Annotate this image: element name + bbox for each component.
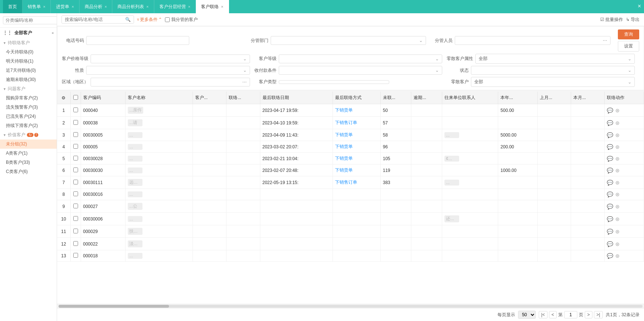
last-way-link[interactable]: 下销货单	[335, 156, 353, 161]
sidebar-item-warning[interactable]: 流失预警客户(3)	[0, 103, 57, 112]
chat-icon[interactable]: 💬	[607, 229, 613, 234]
toolbar-search-icon[interactable]: 🔍	[125, 17, 131, 22]
chat-icon[interactable]: 💬	[607, 167, 613, 173]
search-button[interactable]: 查询	[618, 29, 639, 39]
scroll-thumb[interactable]	[59, 305, 169, 308]
row-checkbox[interactable]	[73, 120, 78, 125]
tab-customer-layer-close[interactable]: ×	[188, 4, 190, 9]
region-select[interactable]: ⋯	[91, 78, 250, 87]
chat-icon[interactable]: 💬	[607, 132, 613, 138]
last-way-link[interactable]: 下销货单	[335, 132, 353, 137]
sidebar-search-input[interactable]	[3, 16, 57, 24]
grid-action-icon[interactable]: ⊛	[615, 144, 620, 150]
grid-action-icon[interactable]: ⊛	[615, 167, 620, 173]
cell-lastway[interactable]: 下销货单	[333, 141, 380, 153]
grid-action-icon[interactable]: ⊛	[615, 204, 620, 209]
cell-check[interactable]	[70, 250, 81, 262]
sidebar-item-7days[interactable]: 近7天待联络(0)	[0, 66, 57, 75]
grid-action-icon[interactable]: ⊛	[615, 156, 620, 162]
cust-level-select[interactable]: ⌄	[279, 54, 443, 63]
retail-cust-select[interactable]: 全部 ⌄	[471, 77, 635, 87]
tab-analysis-list[interactable]: 商品分析列表 ×	[112, 0, 154, 13]
cell-check[interactable]	[70, 176, 81, 189]
sidebar-item-ungroup[interactable]: 未分组(32)	[0, 140, 57, 149]
last-way-link[interactable]: 下销货单	[335, 144, 353, 149]
row-checkbox[interactable]	[73, 144, 78, 149]
sidebar-item-declining[interactable]: 持续下滑客户(2)	[0, 121, 57, 130]
chat-icon[interactable]: 💬	[607, 120, 613, 126]
row-checkbox[interactable]	[73, 191, 78, 196]
all-customers-header[interactable]: ⋮⋮ 全部客户 «	[0, 28, 57, 38]
row-checkbox[interactable]	[73, 241, 78, 246]
row-checkbox[interactable]	[73, 253, 78, 258]
tab-customer-layer[interactable]: 客户分层经营 ×	[154, 0, 196, 13]
chat-icon[interactable]: 💬	[607, 156, 613, 162]
row-checkbox[interactable]	[73, 180, 78, 184]
chat-icon[interactable]: 💬	[607, 204, 613, 209]
tab-sales-close[interactable]: ×	[43, 4, 45, 9]
grid-action-icon[interactable]: ⊛	[615, 132, 620, 138]
global-close-icon[interactable]: ×	[638, 3, 641, 10]
first-page-button[interactable]: |<	[539, 311, 548, 318]
per-page-select[interactable]: 50	[518, 311, 536, 319]
cust-type-select[interactable]	[279, 80, 389, 84]
tab-purchase-close[interactable]: ×	[71, 4, 74, 9]
cell-check[interactable]	[70, 200, 81, 213]
tab-customer-contact[interactable]: 客户联络 ×	[196, 0, 229, 13]
cell-lastway[interactable]: 下销售订单	[333, 117, 380, 129]
cell-lastway[interactable]: 下销货单	[333, 129, 380, 141]
more-filter-button[interactable]: ▿ 更多条件 ⌃	[137, 17, 162, 23]
phone-input[interactable]	[86, 36, 189, 45]
cell-check[interactable]	[70, 153, 81, 165]
last-page-button[interactable]: >|	[594, 311, 603, 318]
cell-check[interactable]	[70, 189, 81, 200]
group-problem-label[interactable]: ▼ 问题客户	[0, 84, 57, 94]
cell-lastway[interactable]: 下销售订单	[333, 176, 380, 189]
chat-icon[interactable]: 💬	[607, 253, 613, 259]
group-value-label[interactable]: ▼ 价值客户 ↻ !	[0, 130, 57, 140]
grid-action-icon[interactable]: ⊛	[615, 180, 620, 186]
sidebar-item-abnormal[interactable]: 囤购异常客户(2)	[0, 94, 57, 103]
select-all-checkbox[interactable]	[73, 95, 78, 100]
toolbar-search-input[interactable]	[65, 17, 124, 22]
cell-check[interactable]	[70, 117, 81, 129]
last-way-link[interactable]: 下销货单	[335, 107, 353, 113]
row-checkbox[interactable]	[73, 156, 78, 160]
cell-check[interactable]	[70, 225, 81, 238]
tab-home[interactable]: 首页	[3, 0, 22, 13]
sidebar-item-tomorrow[interactable]: 明天待联络(1)	[0, 57, 57, 66]
th-settings[interactable]: ⚙	[57, 92, 70, 104]
chat-icon[interactable]: 💬	[607, 107, 613, 113]
status-select[interactable]: ⌄	[471, 66, 635, 75]
row-checkbox[interactable]	[73, 216, 78, 221]
cell-check[interactable]	[70, 213, 81, 225]
sidebar-item-c-class[interactable]: C类客户(6)	[0, 167, 57, 176]
my-customer-checkbox[interactable]	[165, 17, 170, 22]
payment-select[interactable]: ⌄	[279, 66, 443, 75]
tab-analysis-close[interactable]: ×	[105, 4, 107, 9]
sidebar-item-overdue[interactable]: 逾期未联络(30)	[0, 75, 57, 84]
cell-check[interactable]	[70, 238, 81, 250]
export-button[interactable]: ↳ 导出	[626, 17, 640, 23]
person-select[interactable]: ⋯	[455, 36, 610, 45]
retail-attr-select[interactable]: 全部 ⌄	[475, 54, 635, 64]
cell-check[interactable]	[70, 104, 81, 117]
tab-analysis[interactable]: 商品分析 ×	[80, 0, 112, 13]
group-pending-label[interactable]: ▼ 待联络客户	[0, 38, 57, 47]
chat-icon[interactable]: 💬	[607, 241, 613, 247]
row-checkbox[interactable]	[73, 132, 78, 137]
page-number-input[interactable]	[564, 311, 577, 318]
chat-icon[interactable]: 💬	[607, 191, 613, 197]
grid-action-icon[interactable]: ⊛	[615, 120, 620, 126]
last-way-link[interactable]: 下销售订单	[335, 120, 357, 125]
cell-check[interactable]	[70, 129, 81, 141]
cell-check[interactable]	[70, 165, 81, 176]
grid-action-icon[interactable]: ⊛	[615, 107, 620, 113]
th-check[interactable]	[70, 92, 81, 104]
grid-action-icon[interactable]: ⊛	[615, 191, 620, 197]
grid-action-icon[interactable]: ⊛	[615, 253, 620, 259]
sidebar-item-b-class[interactable]: B类客户(33)	[0, 158, 57, 167]
sidebar-item-a-class[interactable]: A类客户(1)	[0, 149, 57, 158]
grid-action-icon[interactable]: ⊛	[615, 241, 620, 247]
reset-button[interactable]: 设置	[618, 41, 639, 52]
